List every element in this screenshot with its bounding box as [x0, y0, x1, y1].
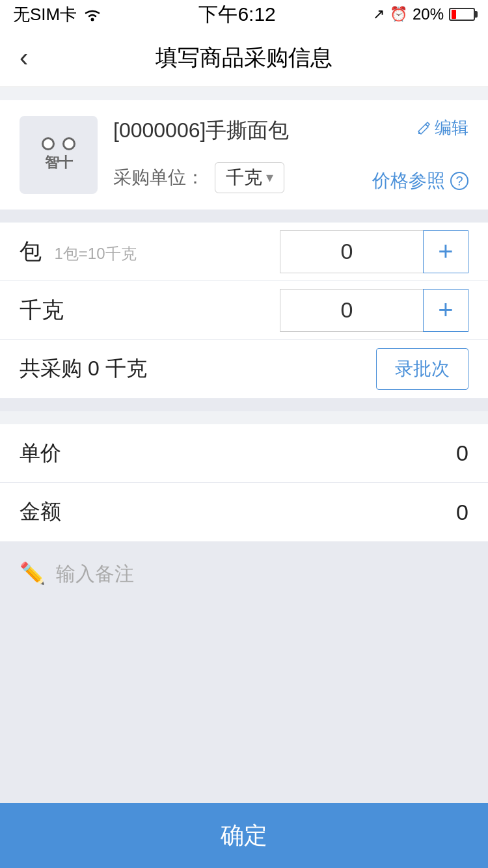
battery-icon	[449, 8, 475, 21]
kg-label: 千克	[20, 295, 64, 325]
product-logo: 智十	[33, 129, 85, 181]
bag-input-row: 包 1包=10千克 +	[0, 223, 488, 281]
help-icon: ?	[450, 172, 468, 190]
confirm-button[interactable]: 确定	[0, 803, 488, 868]
kg-input-row: 千克 +	[0, 281, 488, 340]
kg-input-control: +	[280, 289, 468, 332]
price-ref-button[interactable]: 价格参照 ?	[372, 169, 468, 193]
summary-row: 共采购 0 千克 录批次	[0, 340, 488, 398]
unit-row: 采购单位： 千克 ▾	[113, 162, 284, 193]
product-info: [0000006]手撕面包 编辑 采购单位： 千克 ▾ 价格参照 ?	[113, 116, 468, 193]
wifi-icon	[83, 7, 102, 21]
product-card: 智十 [0000006]手撕面包 编辑 采购单位： 千克 ▾	[0, 100, 488, 210]
unit-select[interactable]: 千克 ▾	[215, 162, 284, 193]
status-indicators: ↗ ⏰ 20%	[373, 5, 475, 23]
price-section: 单价 0 金额 0	[0, 424, 488, 541]
bag-sublabel: 1包=10千克	[54, 245, 136, 262]
bag-quantity-input[interactable]	[280, 230, 423, 273]
amount-value: 0	[456, 500, 468, 525]
section-separator-1	[0, 210, 488, 223]
kg-quantity-input[interactable]	[280, 289, 423, 332]
bag-plus-button[interactable]: +	[423, 230, 468, 273]
back-button[interactable]: ‹	[20, 43, 28, 72]
notes-section[interactable]: ✏️ 输入备注	[0, 541, 488, 619]
unit-price-label: 单价	[20, 439, 61, 468]
amount-label: 金额	[20, 498, 61, 526]
page-title: 填写商品采购信息	[156, 43, 332, 73]
product-image: 智十	[20, 116, 98, 194]
chevron-down-icon: ▾	[266, 169, 273, 186]
amount-row: 金额 0	[0, 483, 488, 541]
battery-percent: 20%	[413, 5, 444, 23]
unit-price-row: 单价 0	[0, 424, 488, 483]
product-name: [0000006]手撕面包	[113, 116, 289, 145]
edit-icon	[416, 121, 431, 135]
status-time: 下午6:12	[198, 1, 275, 28]
kg-plus-button[interactable]: +	[423, 289, 468, 332]
summary-text: 共采购 0 千克	[20, 355, 147, 383]
edit-button[interactable]: 编辑	[416, 116, 468, 139]
bag-label: 包 1包=10千克	[20, 237, 137, 267]
status-carrier: 无SIM卡	[13, 3, 102, 26]
bag-input-control: +	[280, 230, 468, 273]
unit-price-value: 0	[456, 441, 468, 466]
nav-bar: ‹ 填写商品采购信息	[0, 29, 488, 87]
pencil-icon: ✏️	[20, 561, 46, 586]
svg-point-0	[91, 18, 94, 21]
alarm-icon: ⏰	[390, 6, 407, 23]
notes-placeholder: 输入备注	[56, 561, 134, 588]
section-separator-2	[0, 398, 488, 411]
input-section: 包 1包=10千克 + 千克 +	[0, 223, 488, 340]
location-icon: ↗	[373, 6, 385, 23]
batch-button[interactable]: 录批次	[376, 348, 468, 390]
status-bar: 无SIM卡 下午6:12 ↗ ⏰ 20%	[0, 0, 488, 29]
